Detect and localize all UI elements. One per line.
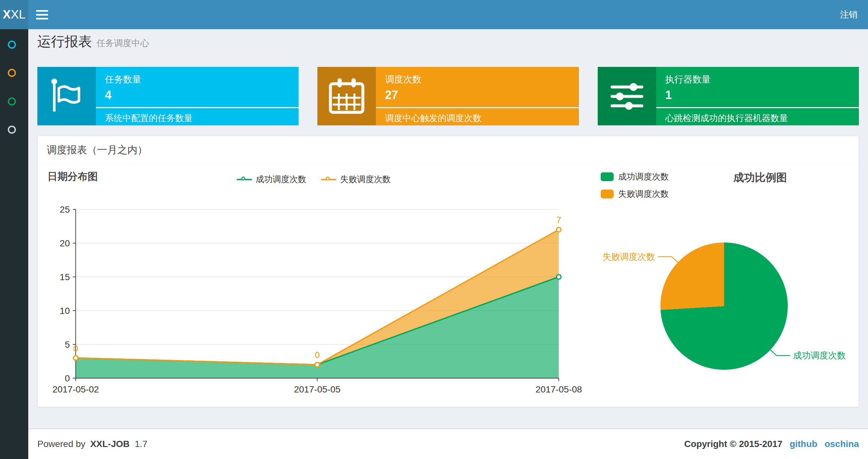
stat-card-desc: 心跳检测成功的执行器机器数量 bbox=[665, 112, 850, 124]
stat-card-jobs: 任务数量 4 系统中配置的任务数量 bbox=[37, 67, 299, 125]
sidebar-item-menu-dispatch-log[interactable] bbox=[8, 97, 16, 105]
hamburger-icon bbox=[36, 10, 48, 12]
divider bbox=[96, 107, 299, 108]
version-text: 1.7 bbox=[135, 439, 148, 449]
sidebar-item-menu-executor-manage[interactable] bbox=[8, 126, 16, 134]
divider bbox=[376, 107, 579, 108]
svg-text:20: 20 bbox=[60, 238, 70, 248]
logo-bold: X bbox=[3, 8, 11, 22]
logout-link[interactable]: 注销 bbox=[830, 0, 868, 29]
stat-card-triggers: 调度次数 27 调度中心触发的调度次数 bbox=[317, 67, 579, 125]
page-subtitle: 任务调度中心 bbox=[96, 37, 149, 49]
svg-text:25: 25 bbox=[60, 204, 70, 215]
oschina-link[interactable]: oschina bbox=[825, 439, 859, 449]
report-panel-title: 调度报表（一月之内） bbox=[38, 136, 859, 164]
divider bbox=[656, 107, 859, 108]
svg-text:10: 10 bbox=[60, 306, 70, 316]
stat-card-desc: 系统中配置的任务数量 bbox=[105, 112, 289, 124]
svg-text:0: 0 bbox=[73, 343, 78, 354]
page-header: 运行报表 任务调度中心 bbox=[37, 32, 149, 51]
report-panel: 调度报表（一月之内） 日期分布图 成功调度次数失败调度次数 0510152025… bbox=[37, 136, 859, 407]
logo-light: XL bbox=[11, 8, 25, 22]
page-title: 运行报表 bbox=[37, 32, 92, 51]
svg-text:成功调度次数: 成功调度次数 bbox=[793, 351, 845, 360]
svg-text:2017-05-02: 2017-05-02 bbox=[52, 384, 99, 394]
stat-card-value: 27 bbox=[385, 88, 569, 102]
copyright-text: Copyright © 2015-2017 bbox=[684, 439, 782, 449]
stat-cards-row: 任务数量 4 系统中配置的任务数量 调度次数 27 调度中心触发的调度次数 bbox=[37, 67, 859, 125]
stat-card-desc: 调度中心触发的调度次数 bbox=[385, 112, 569, 124]
github-link[interactable]: github bbox=[790, 439, 818, 449]
svg-text:失败调度次数: 失败调度次数 bbox=[602, 252, 655, 262]
stat-card-value: 1 bbox=[665, 88, 850, 102]
stat-card-executors: 执行器数量 1 心跳检测成功的执行器机器数量 bbox=[598, 67, 859, 125]
svg-text:0: 0 bbox=[65, 373, 70, 383]
svg-text:15: 15 bbox=[60, 272, 70, 282]
success-ratio-chart: 成功调度次数失败调度次数 成功比例图 成功调度次数失败调度次数 bbox=[590, 164, 859, 406]
app-logo[interactable]: XXL bbox=[0, 0, 28, 29]
content-wrapper: 运行报表 任务调度中心 任务数量 4 系统中配置的任务数量 bbox=[28, 29, 868, 428]
date-distribution-chart: 日期分布图 成功调度次数失败调度次数 05101520252017-05-022… bbox=[38, 164, 590, 406]
footer: Powered by XXL-JOB 1.7 Copyright © 2015-… bbox=[28, 428, 868, 459]
sidebar-toggle-button[interactable] bbox=[28, 0, 56, 29]
svg-text:2017-05-08: 2017-05-08 bbox=[535, 384, 582, 394]
svg-text:5: 5 bbox=[65, 339, 70, 350]
sidebar bbox=[0, 29, 28, 459]
stat-card-label: 执行器数量 bbox=[665, 73, 850, 86]
sidebar-item-menu-run-report[interactable] bbox=[8, 40, 16, 49]
stat-card-value: 4 bbox=[105, 88, 289, 102]
svg-text:7: 7 bbox=[556, 215, 561, 225]
brand-name: XXL-JOB bbox=[90, 439, 130, 449]
svg-text:2017-05-05: 2017-05-05 bbox=[294, 384, 340, 394]
sliders-icon bbox=[598, 67, 656, 125]
svg-text:0: 0 bbox=[315, 350, 320, 360]
stat-card-label: 调度次数 bbox=[385, 73, 569, 86]
flag-icon bbox=[37, 67, 96, 125]
sidebar-item-menu-job-manage[interactable] bbox=[8, 69, 16, 77]
powered-by-text: Powered by bbox=[37, 439, 86, 449]
line-chart-canvas: 05101520252017-05-022017-05-052017-05-08… bbox=[38, 164, 590, 406]
top-navbar: XXL 注销 bbox=[0, 0, 868, 29]
pie-chart-canvas: 成功调度次数失败调度次数 bbox=[590, 164, 859, 406]
stat-card-label: 任务数量 bbox=[105, 73, 289, 86]
calendar-icon bbox=[317, 67, 376, 125]
